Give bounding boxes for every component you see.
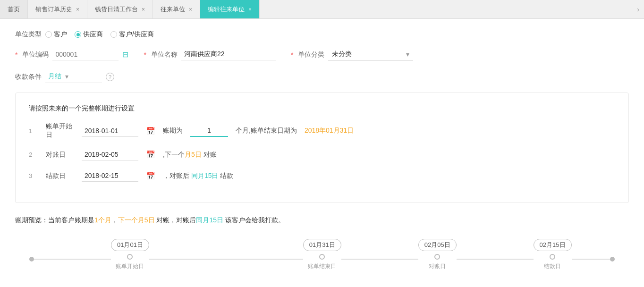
unit-code-label: 单位编码 [22,51,49,59]
period-label-2: 对账日 [46,151,74,159]
timeline-point-3: 02月05日 对账日 [418,239,457,270]
timeline-line-seg4 [572,259,610,260]
tab-sales-history[interactable]: 销售订单历史 × [28,0,87,18]
name-required-star: * [144,51,146,59]
tab-partner-units[interactable]: 往来单位 × [153,0,200,18]
tab-edit-partner-label: 编辑往来单位 [208,5,245,14]
code-required-star: * [15,51,17,59]
preview-part3: 同月15日 [196,216,223,224]
tab-more-button[interactable]: › [632,0,644,18]
code-copy-icon[interactable]: ⊟ [122,50,128,59]
timeline-label-3: 对账日 [429,262,446,270]
radio-both[interactable]: 客户/供应商 [110,30,154,39]
unit-type-row: 单位类型 客户 供应商 客户/供应商 [15,30,629,39]
tab-edit-partner[interactable]: 编辑往来单位 × [200,0,260,18]
tab-cash-ledger[interactable]: 钱货日清工作台 × [87,0,153,18]
timeline-bubble-2: 01月31日 [303,239,341,251]
radio-supplier-label: 供应商 [83,30,103,39]
timeline-label-2: 账单结束日 [308,262,336,270]
timeline-line-seg3 [457,259,534,260]
unit-code-field: * 单位编码 ⊟ [15,49,128,60]
unit-type-field: 单位类型 客户 供应商 客户/供应商 [15,30,154,39]
period-num-2: 2 [29,151,38,158]
period-date-1[interactable] [82,125,138,137]
unit-name-input[interactable] [181,49,276,60]
timeline: 01月01日 账单开始日 01月31日 账单结束日 02月05日 对账日 [29,234,615,285]
classify-required-star: * [291,51,293,59]
calendar-icon-2[interactable]: 📅 [146,150,155,159]
timeline-dot-3 [434,254,440,260]
period-desc-2: ,下一个月5日 对账 [163,151,217,159]
preview-part1: 1个月 [94,216,111,224]
timeline-point-4: 02月15日 结款日 [534,239,572,270]
tab-home-label: 首页 [8,5,20,14]
payment-help-icon[interactable]: ? [106,73,114,81]
timeline-label-1: 账单开始日 [116,262,144,270]
period-months-input[interactable] [190,125,228,137]
unit-classify-label: 单位分类 [298,51,324,59]
tab-sales-history-label: 销售订单历史 [35,5,72,14]
tab-partner-units-label: 往来单位 [161,5,185,14]
radio-customer-label: 客户 [54,30,67,39]
radio-supplier[interactable]: 供应商 [75,30,103,39]
radio-both-circle [110,31,117,38]
unit-type-radio-group: 客户 供应商 客户/供应商 [45,30,154,39]
timeline-line-seg2 [341,259,418,260]
calendar-icon-1[interactable]: 📅 [146,127,155,135]
period-row-2: 2 对账日 📅 ,下一个月5日 对账 [29,149,615,160]
radio-both-label: 客户/供应商 [119,30,154,39]
unit-code-input[interactable] [52,49,119,60]
radio-supplier-circle [75,31,81,38]
period-label-3: 结款日 [46,172,74,180]
period-desc-suffix-1: 个月,账单结束日期为 [236,127,297,135]
unit-type-label: 单位类型 [15,30,42,39]
period-date-3[interactable] [82,170,138,182]
close-edit-partner-icon[interactable]: × [248,6,252,13]
preview-text: 账期预览：当前客户账期是1个月，下一个月5日 对账，对账后同月15日 该客户会给… [15,211,629,234]
code-name-row: * 单位编码 ⊟ * 单位名称 * 单位分类 未分类 ▾ [15,48,629,61]
period-date-2[interactable] [82,149,138,160]
payment-field: 收款条件 月结 ▾ ? [15,70,114,83]
tab-bar: 首页 销售订单历史 × 钱货日清工作台 × 往来单位 × 编辑往来单位 × › [0,0,644,19]
payment-row: 收款条件 月结 ▾ ? [15,70,629,83]
period-num-1: 1 [29,127,38,135]
timeline-container: 01月01日 账单开始日 01月31日 账单结束日 02月05日 对账日 [25,234,619,285]
payment-value: 月结 [48,72,61,81]
timeline-start-dot [29,257,34,262]
classify-dropdown[interactable]: 未分类 ▾ [328,48,413,61]
timeline-end-dot [610,257,615,262]
period-desc-prefix-1: 账期为 [163,127,183,135]
payment-label: 收款条件 [15,73,42,81]
chevron-right-icon: › [637,6,639,13]
timeline-label-4: 结款日 [544,262,561,270]
radio-customer[interactable]: 客户 [45,30,67,39]
timeline-bubble-3: 02月05日 [418,239,457,251]
close-cash-ledger-icon[interactable]: × [142,6,145,13]
unit-name-field: * 单位名称 [144,49,275,60]
radio-customer-circle [45,31,52,38]
timeline-dot-1 [127,254,133,260]
period-row-3: 3 结款日 📅 ，对账后 同月15日 结款 [29,170,615,182]
period-title: 请按照未来的一个完整帐期进行设置 [29,104,615,113]
unit-name-label: 单位名称 [151,51,178,59]
payment-dropdown[interactable]: 月结 ▾ [45,70,102,83]
timeline-dot-4 [550,254,555,260]
period-num-3: 3 [29,172,38,179]
classify-chevron-icon: ▾ [406,51,409,58]
period-row-1: 1 账单开始日 📅 账期为 个月,账单结束日期为 2018年01月31日 [29,122,615,139]
timeline-bubble-1: 01月01日 [111,239,149,251]
classify-value: 未分类 [332,50,352,59]
timeline-point-1: 01月01日 账单开始日 [111,239,149,270]
period-label-1: 账单开始日 [46,122,74,139]
period-desc-3: ，对账后 同月15日 结款 [163,172,233,180]
tab-cash-ledger-label: 钱货日清工作台 [95,5,138,14]
tab-home[interactable]: 首页 [0,0,28,18]
timeline-point-2: 01月31日 账单结束日 [303,239,341,270]
unit-classify-field: * 单位分类 未分类 ▾ [291,48,413,61]
close-sales-history-icon[interactable]: × [76,6,79,13]
calendar-icon-3[interactable]: 📅 [146,171,155,180]
payment-chevron-icon: ▾ [65,73,68,80]
preview-suffix: 该客户会给我打款。 [223,216,285,224]
main-content: 单位类型 客户 供应商 客户/供应商 * 单位编码 [0,19,644,287]
close-partner-units-icon[interactable]: × [189,6,192,13]
